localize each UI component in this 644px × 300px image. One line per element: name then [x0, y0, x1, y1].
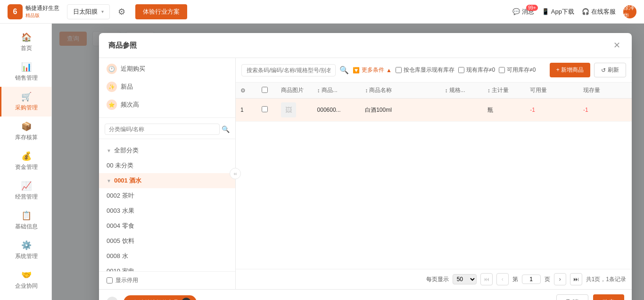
category-search-input[interactable] [105, 124, 220, 135]
category-item-0001 酒水[interactable]: ▼0001 酒水 [99, 173, 235, 188]
page-total-info: 共1页，1条记录 [586, 275, 626, 283]
col-avail-header: 可用量 [525, 83, 578, 99]
app-download-item[interactable]: 📱 App下载 [542, 8, 574, 16]
page-first-button[interactable]: ⏮ [480, 273, 493, 285]
page-prev-button[interactable]: ‹ [496, 273, 509, 285]
quick-item-新品[interactable]: ✨新品 [99, 78, 235, 96]
modal-header: 商品参照 ✕ [99, 33, 632, 58]
checkbox-warehouse-stock[interactable]: 按仓库显示现有库存 [396, 66, 454, 74]
col-code-header: ↕商品... [313, 83, 361, 99]
settings-icon-btn[interactable]: ⚙ [114, 4, 130, 20]
trial-button[interactable]: 体验行业方案 [135, 4, 187, 19]
sidebar-item-经营管理[interactable]: 📈经营管理 [0, 176, 51, 206]
page-number-input[interactable] [522, 275, 541, 284]
category-item-全部分类[interactable]: ▼全部分类 [99, 143, 235, 158]
modal-body: 🕐近期购买✨新品⭐频次高 🔍 ▼全部分类00 未分类▼0001 酒水0002 茶… [99, 58, 632, 289]
row-stock-cell: -1 [578, 99, 632, 122]
cart-count-badge: 0 [182, 298, 191, 300]
message-item[interactable]: 💬 消息 99+ [512, 8, 534, 16]
footer-left: ? 🛒 连续选择的商品 0 ▲ [107, 295, 210, 300]
collapse-left-panel-button[interactable]: ‹‹ [230, 168, 241, 179]
select-all-checkbox[interactable] [262, 87, 268, 93]
modal-footer: ? 🛒 连续选择的商品 0 ▲ 取消 确定 [99, 289, 632, 300]
table-row[interactable]: 1 🖼 000600... 白酒100ml [236, 99, 632, 122]
col-settings-header: ⚙ [236, 83, 257, 99]
sidebar-label: 采购管理 [15, 104, 38, 112]
show-disabled-checkbox[interactable] [107, 277, 113, 283]
row-image-cell: 🖼 [276, 99, 313, 122]
sidebar-icon: 🏠 [21, 32, 32, 42]
sidebar-item-基础信息[interactable]: 📋基础信息 [0, 206, 51, 235]
confirm-button[interactable]: 确定 [593, 294, 624, 300]
col-image-header: 商品图片 [276, 83, 313, 99]
category-label: 0003 水果 [107, 207, 134, 215]
sidebar-icon: 📋 [21, 210, 32, 221]
quick-item-icon: ⭐ [107, 100, 117, 110]
refresh-icon: ↺ [601, 67, 606, 74]
collapse-footer-button[interactable]: ▲ [202, 298, 210, 300]
refresh-button[interactable]: ↺ 刷新 [594, 63, 626, 77]
sidebar-label: 资金管理 [15, 163, 38, 171]
checkbox-usable-not-zero[interactable]: 可用库存≠0 [499, 66, 536, 74]
category-item-0004 零食[interactable]: 0004 零食 [99, 218, 235, 233]
sidebar-item-首页[interactable]: 🏠首页 [0, 27, 51, 57]
nav-dropdown[interactable]: 日太阳膜 ▾ [67, 4, 110, 19]
modal-close-button[interactable]: ✕ [611, 40, 622, 51]
checkbox-available-not-zero[interactable]: 现有库存≠0 [458, 66, 495, 74]
col-unit-header: ↕主计量 [483, 83, 525, 99]
filter-icon: 🔽 [353, 67, 360, 74]
sidebar-item-采购管理[interactable]: 🛒采购管理 [0, 87, 51, 117]
modal-toolbar: 🔍 🔽 更多条件 ▲ 按仓库显示现有库存 现有库存≠0 [236, 58, 632, 83]
category-item-0008 水[interactable]: 0008 水 [99, 249, 235, 264]
sidebar-item-系统管理[interactable]: ⚙️系统管理 [0, 235, 51, 265]
user-item[interactable]: 徐泽华 [623, 5, 636, 18]
row-checkbox-cell [257, 99, 276, 122]
col-stock-header: 现存量 [578, 83, 632, 99]
quick-item-label: 近期购买 [121, 65, 145, 73]
product-search-input[interactable] [241, 64, 336, 76]
logo-text: 畅捷通好生意 精品版 [25, 5, 59, 18]
category-label: 0001 酒水 [114, 176, 142, 185]
row-spec-cell [440, 99, 483, 122]
row-unit-cell: 瓶 [483, 99, 525, 122]
page-last-button[interactable]: ⏭ [570, 273, 582, 285]
row-name-cell: 白酒100ml [360, 99, 440, 122]
category-item-0010 家电[interactable]: 0010 家电 [99, 264, 235, 271]
category-arrow: ▼ [107, 178, 111, 183]
sidebar-icon: 💰 [21, 151, 32, 161]
page-next-button[interactable]: › [554, 273, 566, 285]
sidebar-icon: 🤝 [21, 270, 32, 280]
product-search-button[interactable]: 🔍 [339, 66, 349, 75]
toolbar-right: + 新增商品 ↺ 刷新 [550, 63, 626, 77]
filter-button[interactable]: 🔽 更多条件 ▲ [353, 66, 392, 74]
sidebar-item-销售管理[interactable]: 📊销售管理 [0, 57, 51, 87]
settings-icon[interactable]: ⚙ [240, 87, 246, 94]
sidebar-item-企业协同[interactable]: 🤝企业协同 [0, 265, 51, 295]
col-select-all-header [257, 83, 276, 99]
sidebar-label: 基础信息 [15, 223, 38, 231]
category-item-00 未分类[interactable]: 00 未分类 [99, 158, 235, 173]
avatar: 徐泽华 [623, 5, 636, 18]
quick-item-频次高[interactable]: ⭐频次高 [99, 96, 235, 114]
quick-item-近期购买[interactable]: 🕐近期购买 [99, 60, 235, 78]
footer-right: 取消 确定 [556, 294, 624, 300]
sidebar-icon: 🛒 [21, 92, 32, 102]
category-item-0002 茶叶[interactable]: 0002 茶叶 [99, 188, 235, 203]
category-search-icon[interactable]: 🔍 [222, 125, 230, 133]
cancel-button[interactable]: 取消 [556, 294, 588, 300]
row-checkbox[interactable] [262, 106, 268, 112]
cart-button[interactable]: 🛒 连续选择的商品 0 [124, 295, 197, 300]
per-page-select[interactable]: 50 10 20 100 [453, 274, 477, 284]
sidebar-item-库存核算[interactable]: 📦库存核算 [0, 117, 51, 146]
sidebar-label: 库存核算 [15, 133, 38, 142]
service-item[interactable]: 🎧 在线客服 [582, 8, 616, 16]
product-table: ⚙ 商品图片 ↕商品... [236, 83, 632, 269]
sidebar-item-资金管理[interactable]: 💰资金管理 [0, 146, 51, 176]
sidebar-item-新手引导[interactable]: 🎯新手引导 [0, 295, 51, 300]
add-product-button[interactable]: + 新增商品 [550, 63, 590, 77]
chevron-up-icon: ▲ [386, 67, 392, 74]
category-item-0003 水果[interactable]: 0003 水果 [99, 203, 235, 218]
help-button[interactable]: ? [107, 297, 118, 300]
row-avail-cell: -1 [525, 99, 578, 122]
category-item-0005 饮料[interactable]: 0005 饮料 [99, 233, 235, 249]
